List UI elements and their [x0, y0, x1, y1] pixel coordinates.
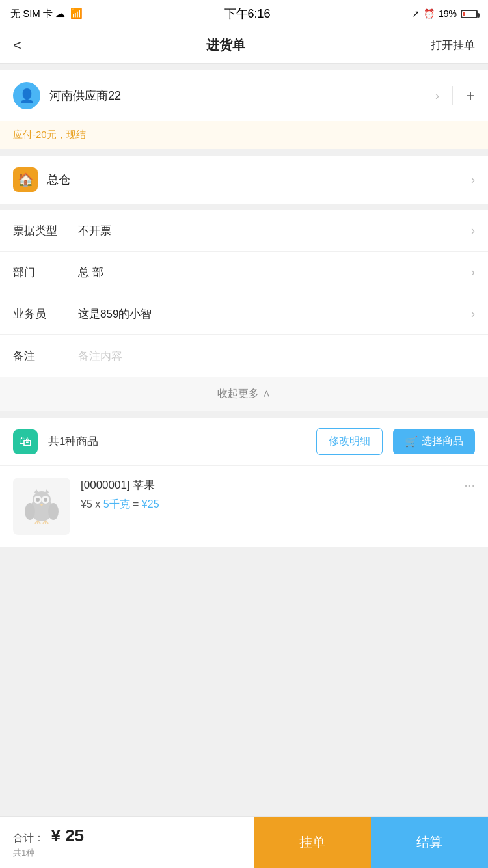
alarm-icon: ⏰ — [424, 8, 435, 19]
location-icon: ↗ — [412, 8, 420, 19]
supplier-row[interactable]: 👤 河南供应商22 › + — [0, 70, 488, 121]
warehouse-name: 总仓 — [47, 172, 471, 187]
divider-5 — [0, 547, 488, 553]
product-count: 共1种商品 — [48, 434, 306, 449]
bottom-spacer — [0, 553, 488, 605]
cart-icon: 🛒 — [405, 435, 418, 448]
product-thumbnail — [13, 478, 70, 535]
total-section: 合计： ¥ 25 共1种 — [0, 826, 254, 859]
item-total: ¥25 — [142, 498, 159, 509]
price-separator: x — [95, 498, 103, 509]
add-icon[interactable]: + — [466, 87, 475, 105]
product-item: [0000001] 苹果 ¥5 x 5千克 = ¥25 ··· — [0, 465, 488, 547]
dept-value: 总 部 — [78, 265, 471, 280]
nav-bar: < 进货单 打开挂单 — [0, 27, 488, 64]
total-row: 合计： ¥ 25 — [13, 826, 241, 846]
owl-logo — [22, 487, 61, 526]
edit-detail-button[interactable]: 修改明细 — [316, 428, 383, 455]
supplier-avatar: 👤 — [13, 82, 40, 109]
remark-row[interactable]: 备注 备注内容 — [0, 335, 488, 377]
status-time: 下午6:16 — [224, 6, 271, 21]
warehouse-section: 🏠 总仓 › — [0, 156, 488, 204]
ticket-label: 票据类型 — [13, 223, 72, 238]
vertical-divider — [452, 86, 453, 105]
status-left: 无 SIM 卡 ☁ 📶 — [10, 8, 83, 20]
more-options-button[interactable]: ··· — [457, 478, 475, 493]
warehouse-row[interactable]: 🏠 总仓 › — [0, 156, 488, 204]
battery-icon — [461, 10, 478, 18]
product-header: 🛍 共1种商品 修改明细 🛒 选择商品 — [0, 418, 488, 465]
product-name: 苹果 — [133, 479, 155, 491]
svg-point-7 — [44, 498, 47, 502]
battery-pct: 19% — [439, 8, 457, 19]
bag-icon: 🛍 — [19, 434, 32, 449]
supplier-actions: › + — [435, 86, 475, 105]
wifi-icon: 📶 — [70, 8, 83, 20]
hang-button[interactable]: 挂单 — [254, 817, 371, 869]
salesperson-value: 这是859的小智 — [78, 306, 471, 321]
svg-point-10 — [48, 503, 59, 520]
divider-3 — [0, 204, 488, 210]
product-details: [0000001] 苹果 ¥5 x 5千克 = ¥25 — [81, 478, 457, 511]
notice-bar: 应付-20元，现结 — [0, 121, 488, 149]
svg-marker-2 — [34, 489, 39, 493]
ticket-row[interactable]: 票据类型 不开票 › — [0, 210, 488, 252]
product-title: [0000001] 苹果 — [81, 478, 457, 493]
salesperson-chevron-icon: › — [471, 307, 475, 321]
supplier-name: 河南供应商22 — [49, 88, 435, 103]
select-product-label: 选择商品 — [422, 435, 463, 448]
status-bar: 无 SIM 卡 ☁ 📶 下午6:16 ↗ ⏰ 19% — [0, 0, 488, 27]
remark-input[interactable]: 备注内容 — [78, 349, 475, 364]
total-amount: ¥ 25 — [51, 826, 84, 845]
product-section-icon: 🛍 — [13, 429, 38, 454]
form-section: 票据类型 不开票 › 部门 总 部 › 业务员 这是859的小智 › 备注 备注… — [0, 210, 488, 377]
product-code: [0000001] — [81, 479, 130, 491]
quantity: 5千克 — [103, 498, 130, 509]
svg-point-9 — [25, 503, 35, 520]
equals-sign: = — [133, 498, 142, 509]
salesperson-row[interactable]: 业务员 这是859的小智 › — [0, 293, 488, 335]
unit-price: ¥5 — [81, 498, 92, 509]
settle-button[interactable]: 结算 — [371, 817, 488, 869]
home-icon: 🏠 — [18, 172, 34, 187]
collapse-more-button[interactable]: 收起更多 ∧ — [0, 377, 488, 411]
product-price-row: ¥5 x 5千克 = ¥25 — [81, 498, 457, 511]
select-product-button[interactable]: 🛒 选择商品 — [393, 429, 475, 454]
status-right: ↗ ⏰ 19% — [412, 8, 478, 19]
svg-point-6 — [36, 498, 40, 502]
back-button[interactable]: < — [13, 37, 21, 54]
open-hang-button[interactable]: 打开挂单 — [431, 38, 475, 53]
dept-label: 部门 — [13, 265, 72, 280]
salesperson-label: 业务员 — [13, 306, 72, 321]
ticket-value: 不开票 — [78, 223, 471, 238]
svg-marker-3 — [44, 489, 49, 493]
divider-2 — [0, 149, 488, 156]
sim-text: 无 SIM 卡 ☁ — [10, 8, 65, 20]
user-icon: 👤 — [19, 88, 35, 103]
remark-label: 备注 — [13, 349, 72, 364]
divider-1 — [0, 64, 488, 70]
divider-4 — [0, 411, 488, 418]
total-count: 共1种 — [13, 847, 241, 859]
warehouse-icon: 🏠 — [13, 167, 38, 192]
supplier-section: 👤 河南供应商22 › + 应付-20元，现结 — [0, 70, 488, 149]
dept-row[interactable]: 部门 总 部 › — [0, 252, 488, 293]
ticket-chevron-icon: › — [471, 224, 475, 237]
bottom-bar: 合计： ¥ 25 共1种 挂单 结算 — [0, 816, 488, 868]
warehouse-chevron-icon: › — [471, 173, 475, 187]
page-title: 进货单 — [206, 36, 245, 54]
dept-chevron-icon: › — [471, 265, 475, 279]
total-label: 合计： — [13, 832, 44, 843]
supplier-chevron-icon: › — [435, 89, 439, 103]
